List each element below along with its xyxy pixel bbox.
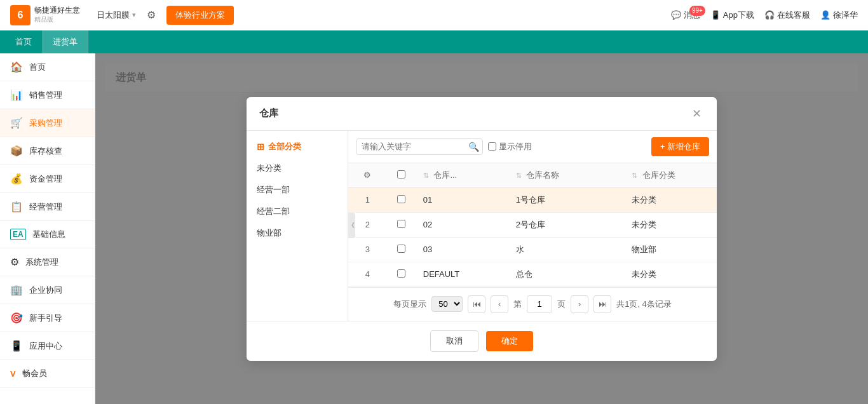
brand-icon: 6 [10, 5, 31, 25]
table-row[interactable]: 3 03 水 物业部 [348, 237, 717, 262]
category-all-label: 全部分类 [268, 141, 301, 152]
sidebar-item-sales[interactable]: 📊 销售管理 [0, 81, 95, 109]
per-page-label: 每页显示 [393, 299, 426, 310]
category-property[interactable]: 物业部 [247, 222, 348, 244]
category-ops1[interactable]: 经营一部 [247, 179, 348, 201]
sidebar-item-inventory[interactable]: 📦 库存核查 [0, 137, 95, 165]
per-page-select[interactable]: 50 [431, 296, 463, 312]
customer-service-button[interactable]: 🎧 在线客服 [764, 10, 810, 21]
top-header: 6 畅捷通好生意 精品版 日太阳膜 ▾ ⚙ 体验行业方案 💬 消息 99+ 📱 … [0, 0, 868, 30]
table-row[interactable]: 4 DEFAULT 总仓 未分类 [348, 262, 717, 286]
category-property-label: 物业部 [257, 227, 281, 239]
page-number-input[interactable] [527, 295, 552, 313]
sidebar-item-basic-info[interactable]: EA 基础信息 [0, 221, 95, 248]
tab-home[interactable]: 首页 [5, 30, 43, 53]
table-body: 1 01 1号仓库 未分类 2 02 [348, 187, 717, 286]
header-code: ⇅ 仓库... [416, 163, 508, 188]
chevron-down-icon: ▾ [132, 11, 136, 19]
sidebar-item-member[interactable]: V 畅会员 [0, 360, 95, 387]
sidebar-item-finance[interactable]: 💰 资金管理 [0, 165, 95, 193]
system-icon: ⚙ [10, 256, 19, 268]
confirm-button[interactable]: 确定 [486, 331, 533, 351]
app-download-button[interactable]: 📱 App下载 [710, 10, 754, 21]
header-category-label: 仓库分类 [642, 170, 675, 180]
trial-button[interactable]: 体验行业方案 [166, 6, 234, 25]
category-ops2[interactable]: 经营二部 [247, 201, 348, 222]
message-badge: 99+ [689, 6, 705, 16]
sidebar-item-guide[interactable]: 🎯 新手引导 [0, 304, 95, 332]
row-check-3[interactable] [387, 237, 416, 262]
warehouse-table: ⚙ ⇅ 仓库... ⇅ 仓库名称 [348, 163, 717, 287]
show-disabled-toggle[interactable]: 显示停用 [488, 141, 532, 152]
brand-text: 畅捷通好生意 精品版 [34, 6, 80, 25]
app-label: App下载 [723, 10, 754, 21]
row-name-4: 总仓 [508, 262, 624, 286]
sidebar-item-enterprise[interactable]: 🏢 企业协同 [0, 276, 95, 304]
enterprise-icon: 🏢 [10, 284, 23, 296]
category-ops1-label: 经营一部 [257, 184, 290, 196]
row-code-2: 02 [416, 212, 508, 237]
table-row[interactable]: 2 02 2号仓库 未分类 [348, 212, 717, 237]
data-table: ⚙ ⇅ 仓库... ⇅ 仓库名称 [348, 163, 717, 287]
row-check-2[interactable] [387, 212, 416, 237]
search-icon[interactable]: 🔍 [468, 142, 479, 152]
finance-icon: 💰 [10, 173, 23, 185]
prev-page-button[interactable]: ‹ [491, 295, 508, 313]
header-name: ⇅ 仓库名称 [508, 163, 624, 188]
sidebar-label-inventory: 库存核查 [29, 145, 62, 157]
modal-header: 仓库 ✕ [247, 97, 717, 131]
operations-icon: 📋 [10, 201, 23, 213]
main-layout: 🏠 首页 📊 销售管理 🛒 采购管理 📦 库存核查 💰 资金管理 📋 经营管理 … [0, 53, 868, 404]
row-category-4: 未分类 [624, 262, 717, 286]
add-warehouse-button[interactable]: + 新增仓库 [651, 137, 709, 156]
table-panel: 🔍 显示停用 + 新增仓库 [348, 131, 717, 321]
sidebar-item-operations[interactable]: 📋 经营管理 [0, 193, 95, 221]
member-icon: V [10, 369, 16, 379]
sidebar-item-purchase[interactable]: 🛒 采购管理 [0, 109, 95, 137]
first-page-button[interactable]: ⏮ [468, 295, 485, 313]
sort-icon-name: ⇅ [516, 172, 522, 179]
user-name: 徐泽华 [833, 10, 858, 21]
message-icon: 💬 [671, 10, 681, 20]
cancel-button[interactable]: 取消 [430, 330, 478, 352]
sidebar-label-basic-info: 基础信息 [32, 229, 65, 240]
page-label-pre: 第 [513, 299, 522, 310]
category-all[interactable]: ⊞ 全部分类 [247, 136, 348, 158]
show-disabled-checkbox[interactable] [488, 142, 496, 151]
row-category-3: 物业部 [624, 237, 717, 262]
modal-close-button[interactable]: ✕ [689, 106, 704, 121]
modal-title: 仓库 [259, 107, 278, 119]
row-check-4[interactable] [387, 262, 416, 286]
settings-button[interactable]: ⚙ [141, 5, 161, 25]
sales-icon: 📊 [10, 89, 23, 101]
message-button[interactable]: 💬 消息 99+ [671, 10, 700, 21]
modal-body: ⊞ 全部分类 未分类 经营一部 经营二部 物业部 [247, 131, 717, 321]
row-category-1: 未分类 [624, 187, 717, 212]
table-row[interactable]: 1 01 1号仓库 未分类 [348, 187, 717, 212]
show-disabled-label: 显示停用 [499, 141, 532, 152]
basic-info-icon: EA [10, 229, 26, 240]
row-code-4: DEFAULT [416, 262, 508, 286]
store-selector[interactable]: 日太阳膜 ▾ [97, 10, 136, 21]
category-unclassified[interactable]: 未分类 [247, 158, 348, 179]
next-page-button[interactable]: › [571, 295, 588, 313]
header-code-label: 仓库... [433, 170, 457, 180]
collapse-panel-button[interactable]: 《 [348, 213, 355, 238]
sidebar-item-home[interactable]: 🏠 首页 [0, 53, 95, 81]
mobile-icon: 📱 [710, 10, 721, 20]
user-avatar[interactable]: 👤 徐泽华 [820, 10, 858, 21]
row-code-3: 03 [416, 237, 508, 262]
search-input[interactable] [362, 142, 468, 151]
last-page-button[interactable]: ⏭ [593, 295, 611, 313]
warehouse-modal: 仓库 ✕ ⊞ 全部分类 未分类 经营一 [247, 97, 717, 361]
row-check-1[interactable] [387, 187, 416, 212]
select-all-checkbox[interactable] [397, 170, 405, 178]
sidebar-item-app-center[interactable]: 📱 应用中心 [0, 332, 95, 360]
category-panel: ⊞ 全部分类 未分类 经营一部 经营二部 物业部 [247, 131, 348, 321]
sidebar-item-system[interactable]: ⚙ 系统管理 [0, 248, 95, 276]
app-center-icon: 📱 [10, 340, 23, 352]
headset-icon: 🎧 [764, 10, 775, 20]
category-ops2-label: 经营二部 [257, 206, 290, 217]
sidebar-label-sales: 销售管理 [29, 90, 62, 101]
tab-purchase[interactable]: 进货单 [43, 30, 88, 53]
